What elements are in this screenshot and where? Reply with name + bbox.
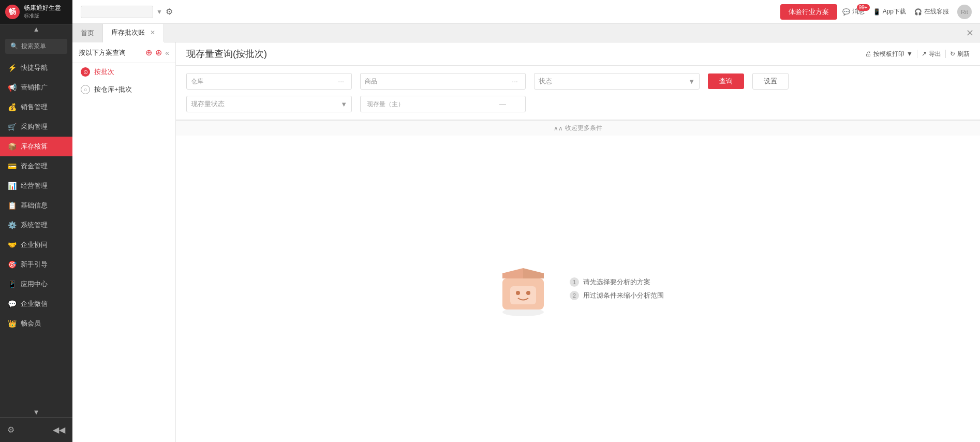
divider-1 — [917, 50, 917, 58]
inventory-qty-min-input[interactable] — [408, 100, 495, 108]
add-icon: ⊕ — [145, 48, 152, 57]
sidebar-item-enterprise-wechat[interactable]: 💬 企业微信 — [0, 294, 72, 314]
warehouse-label: 仓库 — [191, 77, 203, 86]
message-icon: 💬 — [842, 8, 850, 16]
sidebar-item-marketing[interactable]: 📢 营销推广 — [0, 78, 72, 97]
warehouse-filter[interactable]: 仓库 ··· — [186, 73, 352, 90]
sidebar-item-operations[interactable]: 📊 经营管理 — [0, 176, 72, 196]
sidebar-item-label: 销售管理 — [21, 102, 48, 112]
sidebar-item-newbie[interactable]: 🎯 新手引导 — [0, 255, 72, 274]
tab-batch-account[interactable]: 库存批次账 ✕ — [103, 24, 164, 42]
sidebar-item-label: 基础信息 — [21, 201, 48, 210]
settings-gear-button[interactable]: ⚙ — [5, 423, 17, 437]
user-avatar[interactable]: Rit — [957, 5, 972, 19]
scheme-item-batch[interactable]: ⊙ 按批次 — [72, 63, 175, 81]
export-button[interactable]: ↗ 导出 — [922, 50, 941, 58]
online-service-label: 在线客服 — [924, 7, 949, 16]
collapse-filter-label: 收起更多条件 — [565, 124, 602, 132]
app-logo: 畅 — [5, 5, 20, 19]
product-filter[interactable]: 商品 ··· — [360, 73, 526, 90]
left-panel-title: 按以下方案查询 — [79, 48, 126, 57]
sidebar-item-finance[interactable]: 💳 资金管理 — [0, 156, 72, 176]
basics-icon: 📋 — [7, 201, 17, 210]
product-input[interactable] — [380, 78, 509, 85]
filter-settings-button[interactable]: 设置 — [752, 73, 789, 90]
sidebar-item-label: 营销推广 — [21, 83, 48, 92]
page-content: 按以下方案查询 ⊕ ⊛ « ⊙ 按批次 ○ — [72, 42, 980, 442]
trial-btn[interactable]: 体验行业方案 — [780, 4, 837, 20]
messages-button[interactable]: 💬 消息 99+ — [842, 7, 865, 16]
tab-home[interactable]: 首页 — [72, 24, 103, 42]
status-dropdown-icon: ▼ — [688, 78, 695, 85]
inventory-status-filter[interactable]: 现存量状态 ▼ — [186, 96, 352, 112]
tab-close-button[interactable]: ✕ — [150, 29, 155, 36]
sidebar-item-app-center[interactable]: 📱 应用中心 — [0, 274, 72, 294]
search-menu-label: 搜索菜单 — [21, 42, 46, 51]
app-title: 畅康通好生意 — [24, 4, 61, 12]
scheme-label-batch: 按批次 — [94, 67, 114, 77]
empty-step-1: 1 请先选择要分析的方案 — [570, 277, 664, 287]
app-subtitle: 标准版 — [24, 12, 61, 20]
sidebar-scroll-down[interactable]: ▼ — [0, 407, 72, 417]
refresh-button[interactable]: ↻ 刷新 — [950, 50, 970, 58]
inventory-qty-max-input[interactable] — [510, 100, 597, 108]
tab-close-all-button[interactable]: ✕ — [960, 27, 980, 39]
left-panel-header: 按以下方案查询 ⊕ ⊛ « — [72, 42, 175, 63]
page-header-actions: 🖨 按模板打印 ▼ ↗ 导出 ↻ 刷新 — [865, 50, 970, 58]
warehouse-more-button[interactable]: ··· — [335, 77, 347, 85]
printer-icon: 🖨 — [865, 50, 871, 57]
collapse-sidebar-button[interactable]: ◀◀ — [51, 423, 67, 437]
inventory-qty-filter[interactable]: 现存量（主） — — [360, 96, 526, 112]
enterprise-wechat-icon: 💬 — [7, 299, 17, 308]
topbar-settings-button[interactable]: ⚙ — [166, 7, 173, 17]
tabbar: 首页 库存批次账 ✕ ✕ — [72, 24, 980, 42]
warehouse-input[interactable] — [206, 78, 335, 85]
breadcrumb-input[interactable] — [81, 6, 153, 18]
quick-nav-icon: ⚡ — [7, 63, 17, 72]
query-button[interactable]: 查询 — [708, 73, 744, 89]
breadcrumb-dropdown[interactable]: ▼ — [156, 8, 162, 16]
print-button[interactable]: 🖨 按模板打印 ▼ — [865, 50, 913, 58]
sidebar-item-label: 快捷导航 — [21, 63, 48, 72]
collapse-panel-button[interactable]: « — [165, 49, 169, 57]
step-num-1: 1 — [570, 277, 579, 287]
product-more-button[interactable]: ··· — [509, 77, 521, 85]
sidebar-item-label: 畅会员 — [21, 319, 41, 328]
svg-rect-4 — [510, 286, 536, 304]
search-menu-button[interactable]: 🔍 搜索菜单 — [5, 39, 67, 54]
sidebar-item-quick-nav[interactable]: ⚡ 快捷导航 — [0, 58, 72, 78]
scheme-item-warehouse-batch[interactable]: ○ 按仓库+批次 — [72, 81, 175, 98]
empty-instructions: 1 请先选择要分析的方案 2 用过滤条件来缩小分析范围 — [570, 277, 664, 300]
sidebar-item-label: 系统管理 — [21, 220, 48, 230]
online-service-button[interactable]: 🎧 在线客服 — [914, 7, 949, 16]
operations-icon: 📊 — [7, 181, 17, 190]
filter-area: 仓库 ··· 商品 ··· 状态 ▼ 查询 设置 — [176, 66, 980, 120]
scheme-settings-button[interactable]: ⊛ — [155, 48, 162, 57]
sidebar-item-enterprise[interactable]: 🤝 企业协同 — [0, 235, 72, 255]
sidebar-bottom: ⚙ ◀◀ — [0, 417, 72, 442]
collapse-filter-btn[interactable]: ∧∧ 收起更多条件 — [176, 120, 980, 136]
main-content: ▼ ⚙ 体验行业方案 💬 消息 99+ 📱 App下载 🎧 在线客服 Rit — [72, 0, 980, 442]
add-scheme-button[interactable]: ⊕ — [145, 48, 152, 57]
sidebar-item-inventory[interactable]: 📦 库存核算 — [0, 137, 72, 156]
scheme-gear-icon: ⊛ — [155, 48, 162, 57]
empty-svg — [492, 258, 554, 320]
search-icon: 🔍 — [10, 42, 18, 50]
empty-illustration — [492, 258, 554, 320]
status-filter[interactable]: 状态 ▼ — [534, 73, 700, 90]
chevron-up-icon: ∧∧ — [554, 125, 563, 132]
sidebar-item-label: 采购管理 — [21, 122, 48, 131]
sidebar-item-purchase[interactable]: 🛒 采购管理 — [0, 117, 72, 137]
status-label: 状态 — [539, 77, 552, 86]
sidebar-item-basics[interactable]: 📋 基础信息 — [0, 196, 72, 215]
app-download-icon: 📱 — [873, 8, 881, 16]
sidebar-scroll-up[interactable]: ▲ — [0, 24, 72, 35]
svg-marker-3 — [523, 268, 544, 278]
finance-icon: 💳 — [7, 161, 17, 171]
sidebar-item-member[interactable]: 👑 畅会员 — [0, 314, 72, 333]
sidebar-item-system[interactable]: ⚙️ 系统管理 — [0, 215, 72, 235]
sidebar-item-sales[interactable]: 💰 销售管理 — [0, 97, 72, 117]
topbar-breadcrumb: ▼ ⚙ — [81, 6, 775, 18]
app-center-icon: 📱 — [7, 279, 17, 289]
app-download-button[interactable]: 📱 App下载 — [873, 7, 906, 16]
